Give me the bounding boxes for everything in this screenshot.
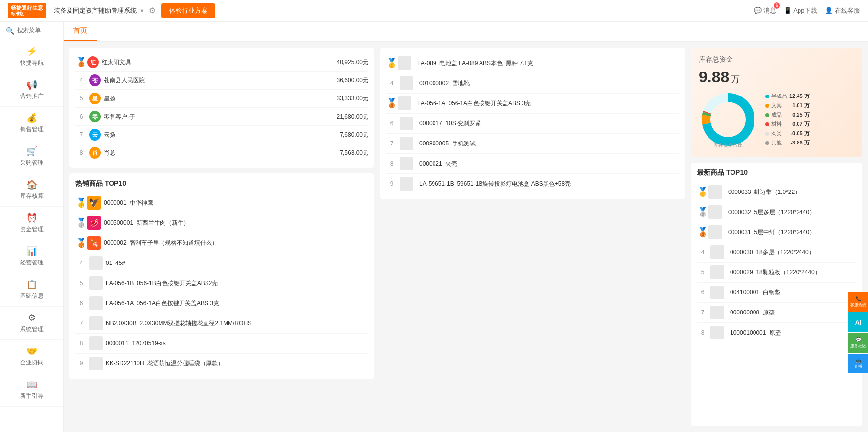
service-icon: 👤 [825,7,833,14]
product-thumb [398,96,411,110]
inventory-number: 9.88 [699,68,729,86]
sidebar-item-marketing[interactable]: 📢 营销推广 [0,73,63,107]
legend-item: 半成品 12.45 万 [765,93,810,100]
list-item: 7 云 云扬 7,680.00元 [75,126,368,144]
legend-dot [765,132,769,136]
inventory-legend: 半成品 12.45 万 文具 1.01 万 成品 0 [765,93,810,146]
sidebar-label-sales: 销售管理 [20,125,44,134]
list-item: 4 001000002 雪地靴 [386,73,679,94]
list-item: 5 LA-056-1B 056-1B白色按键开关盖ABS2壳 [75,273,368,293]
service-community-button[interactable]: 💬 服务社区 [848,333,868,353]
sidebar-item-inventory[interactable]: 🏠 库存核算 [0,173,63,207]
sidebar-item-purchase[interactable]: 🛒 采购管理 [0,140,63,173]
hot-products-title: 热销商品 TOP10 [75,179,368,188]
sidebar-label-quicknav: 快捷导航 [20,59,44,67]
main-layout: 🔍 搜索菜单 ⚡ 快捷导航 📢 营销推广 💰 销售管理 🛒 采购管理 🏠 库存核… [0,22,868,432]
medal-gold: 🥇 [386,57,398,69]
sidebar-item-quicknav[interactable]: ⚡ 快捷导航 [0,40,63,73]
product-thumb [89,357,103,370]
list-item: 5 0000029 18颗粒板（1220*2440） [697,263,856,283]
list-item: 8 0000021 夹壳 [386,154,679,174]
newest-products-title: 最新商品 TOP10 [697,168,856,177]
search-icon: 🔍 [6,27,14,35]
live-button[interactable]: 📺 直播 [848,354,868,373]
sidebar-label-inventory: 库存核算 [20,192,44,200]
sidebar-item-finance[interactable]: ⏰ 资金管理 [0,207,63,240]
sidebar-item-guide[interactable]: 📖 新手引导 [0,373,63,407]
list-item: 🥇 🦅 0000001 中华神鹰 [75,193,368,213]
sidebar-label-finance: 资金管理 [20,225,44,234]
list-item: 7 000800005 手机测试 [386,134,679,154]
product-thumb [400,177,413,191]
sidebar-item-basic[interactable]: 📋 基础信息 [0,273,63,307]
list-item: 🥉 红 红太阳文具 40,925.00元 [75,53,368,72]
avatar: 肖 [89,147,101,159]
guide-icon: 📖 [26,379,37,390]
customer-list: 🥉 红 红太阳文具 40,925.00元 4 苍 苍南县人民医院 36,600.… [75,53,368,162]
sidebar-item-operation[interactable]: 📊 经营管理 [0,240,63,273]
product-thumb [710,286,724,299]
system-selector[interactable]: 装备及固定资产辅助管理系统 ▼ [54,6,145,15]
customer-hotline-button[interactable]: 📞 客服热线 [848,292,868,312]
product-thumb [89,316,103,330]
product-thumb [710,245,724,259]
avatar: 星 [89,93,101,104]
chevron-down-icon: ▼ [139,8,145,14]
hot-products-list: 🥇 🦅 0000001 中华神鹰 🥈 🥩 0 [75,193,368,373]
topbar: 畅捷通好生意 标准版 装备及固定资产辅助管理系统 ▼ ⚙ 体验行业方案 💬 消息… [0,0,868,22]
tab-home[interactable]: 首页 [64,22,97,41]
inventory-card: 库存总资金 9.88 万 [691,48,862,157]
medal-bronze: 🥉 [75,56,87,68]
gear-icon[interactable]: ⚙ [149,6,156,15]
product-thumb [710,306,724,319]
list-item: 🥉 LA-056-1A 056-1A白色按键开关盖ABS 3壳 [386,94,679,114]
list-item: 🥉 🍖 0000002 智利车子里（规格不知道填什么） [75,233,368,253]
float-service: 📞 客服热线 Ai 💬 服务社区 📺 直播 [848,292,868,373]
message-button[interactable]: 💬 消息 6 [754,6,777,15]
avatar: 零 [89,111,101,122]
list-item: 6 004100001 白钢垫 [697,283,856,303]
list-item: 9 LA-59651-1B 59651-1B旋转投影灯电池盒 ABS黑色+58壳 [386,174,679,193]
ai-button[interactable]: Ai [848,312,868,332]
donut-svg [699,90,757,149]
list-item: 6 LA-056-1A 056-1A白色按键开关盖ABS 3克 [75,293,368,313]
inventory-amount-display: 9.88 万 [699,68,854,86]
list-item: 6 0000017 10S 变刹罗紧 [386,114,679,134]
product-thumb: 🥩 [87,216,101,230]
inventory-unit: 万 [731,74,740,84]
list-item: 🥉 0000031 5层中纤（1220*2440） [697,222,856,242]
medal-bronze: 🥉 [386,97,398,109]
list-item: 4 0000030 18多层（1220*2440） [697,242,856,263]
list-item: 🥈 0000032 5层多层（1220*2440） [697,202,856,222]
list-item: 8 肖 肖总 7,563.00元 [75,144,368,162]
legend-dot [765,141,769,145]
sidebar-item-system[interactable]: ⚙ 系统管理 [0,307,63,340]
online-service-button[interactable]: 👤 在线客服 [825,6,860,15]
phone-icon: 📞 [856,296,861,301]
product-thumb [89,256,103,270]
purchase-icon: 🛒 [26,146,37,157]
trial-button[interactable]: 体验行业方案 [161,3,215,18]
legend-item: 材料 0.07 万 [765,120,810,128]
product-thumb [710,265,724,279]
product-thumb: 🦅 [87,196,101,210]
list-item: 🥈 🥩 000500001 新西兰牛肉（新牛） [75,213,368,233]
list-item: 8 10000100001 原垄 [697,323,856,339]
sidebar-item-search[interactable]: 🔍 搜索菜单 [0,22,63,40]
nav-tabs: 首页 [64,22,868,42]
legend-item: 成品 0.25 万 [765,111,810,119]
sidebar-label-marketing: 营销推广 [20,92,44,100]
col2: 🥇 LA-089 电池盖 LA-089 ABS本色+黑种 7.1克 4 0010… [380,48,685,426]
sidebar-item-sales[interactable]: 💰 销售管理 [0,107,63,140]
sidebar-item-company[interactable]: 🤝 企业协同 [0,340,63,373]
medal-silver: 🥈 [75,217,87,229]
app-download-button[interactable]: 📱 App下载 [784,6,817,15]
product-thumb [708,225,722,239]
product-thumb [710,326,724,339]
sidebar-label-search: 搜索菜单 [17,26,41,35]
legend-dot [765,95,769,98]
product-thumb [398,56,411,70]
legend-dot [765,122,769,126]
system-icon: ⚙ [28,312,36,323]
list-item: 4 01 45# [75,253,368,273]
